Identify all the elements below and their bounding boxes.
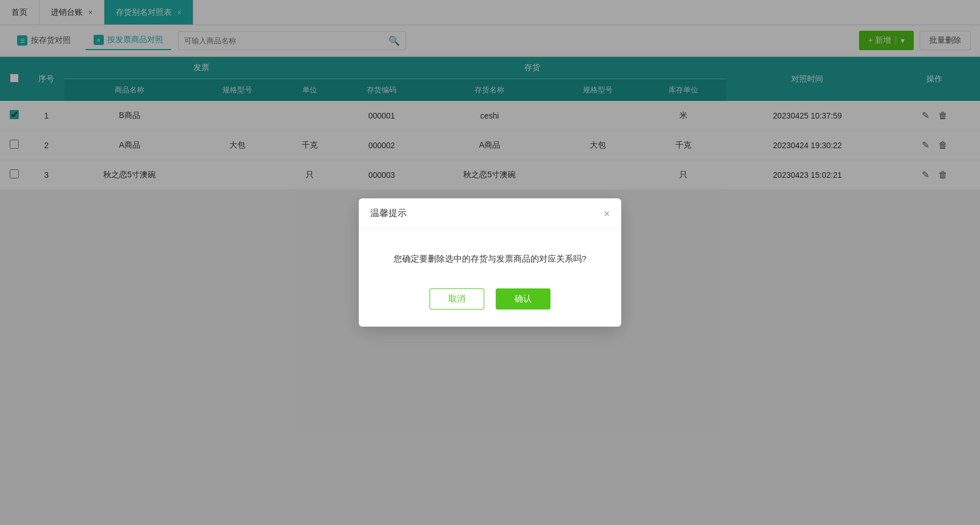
modal-overlay: 温馨提示 × 您确定要删除选中的存货与发票商品的对应关系吗? 取消 确认 xyxy=(0,0,980,190)
